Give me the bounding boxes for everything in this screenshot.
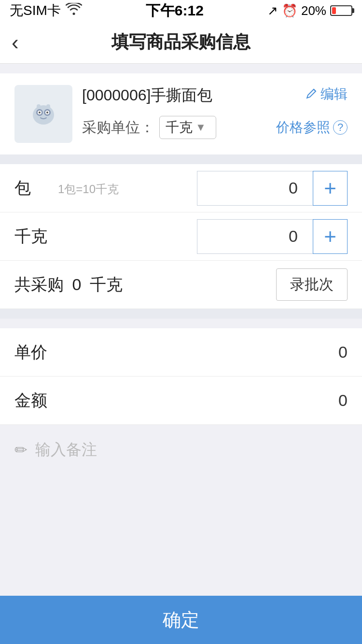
price-row-unit: 单价 0: [0, 328, 362, 377]
batch-button[interactable]: 录批次: [276, 268, 348, 301]
product-name: [0000006]手撕面包: [82, 85, 212, 106]
price-section: 单价 0 金额 0: [0, 328, 362, 425]
qty-input-bao[interactable]: [197, 171, 313, 206]
wifi-icon: [66, 3, 82, 19]
remark-section[interactable]: ✏ 输入备注: [0, 425, 362, 475]
svg-point-5: [39, 112, 41, 113]
pencil-icon: ✏: [14, 441, 28, 459]
input-section: 包 1包=10千克 + 千克 + 共采购 0 千克 录批次: [0, 164, 362, 309]
input-row-kg: 千克 +: [0, 212, 362, 261]
confirm-button[interactable]: 确定: [0, 596, 362, 644]
unit-label: 采购单位：: [82, 118, 154, 138]
qty-input-kg[interactable]: [197, 219, 313, 254]
status-bar-time: 下午6:12: [146, 1, 204, 21]
edit-button[interactable]: 编辑: [305, 85, 348, 103]
back-button[interactable]: ‹: [12, 32, 19, 53]
svg-rect-7: [37, 104, 41, 109]
price-ref-button[interactable]: 价格参照 ?: [276, 118, 348, 137]
divider-1: [0, 154, 362, 164]
price-row-total: 金额 0: [0, 377, 362, 425]
plus-button-kg[interactable]: +: [313, 219, 348, 254]
svg-rect-8: [46, 104, 50, 109]
alarm-icon: ⏰: [282, 3, 297, 18]
price-value-unit: 0: [338, 343, 348, 362]
status-bar-right: ↗ ⏰ 20%: [267, 3, 352, 18]
input-label-kg: 千克: [14, 225, 53, 248]
product-info: [0000006]手撕面包 编辑 采购单位： 千克 ▼ 价格参照 ?: [82, 85, 348, 139]
product-thumbnail: [14, 85, 72, 143]
input-sub-bao: 1包=10千克: [58, 182, 119, 197]
product-card: [0000006]手撕面包 编辑 采购单位： 千克 ▼ 价格参照 ?: [0, 73, 362, 154]
summary-text: 共采购 0 千克: [14, 274, 123, 296]
price-value-total: 0: [338, 391, 348, 410]
unit-select[interactable]: 千克 ▼: [159, 116, 216, 139]
svg-point-6: [46, 112, 48, 113]
svg-point-0: [33, 105, 54, 125]
nav-bar: ‹ 填写商品采购信息: [0, 21, 362, 64]
battery-percent: 20%: [301, 3, 326, 18]
carrier-label: 无SIM卡: [10, 1, 61, 20]
divider-2: [0, 309, 362, 319]
plus-button-bao[interactable]: +: [313, 171, 348, 206]
status-bar: 无SIM卡 下午6:12 ↗ ⏰ 20%: [0, 0, 362, 21]
dropdown-arrow-icon: ▼: [195, 121, 206, 134]
price-label-unit: 单价: [14, 341, 47, 364]
remark-placeholder: 输入备注: [35, 439, 97, 461]
page-title: 填写商品采购信息: [111, 30, 251, 54]
location-icon: ↗: [267, 3, 278, 18]
price-label-total: 金额: [14, 390, 47, 412]
summary-row: 共采购 0 千克 录批次: [0, 261, 362, 309]
price-ref-info-icon: ?: [333, 120, 348, 135]
battery-icon: [330, 5, 352, 16]
status-bar-left: 无SIM卡: [10, 1, 82, 20]
input-row-bao: 包 1包=10千克 +: [0, 164, 362, 212]
input-label-bao: 包: [14, 177, 53, 199]
